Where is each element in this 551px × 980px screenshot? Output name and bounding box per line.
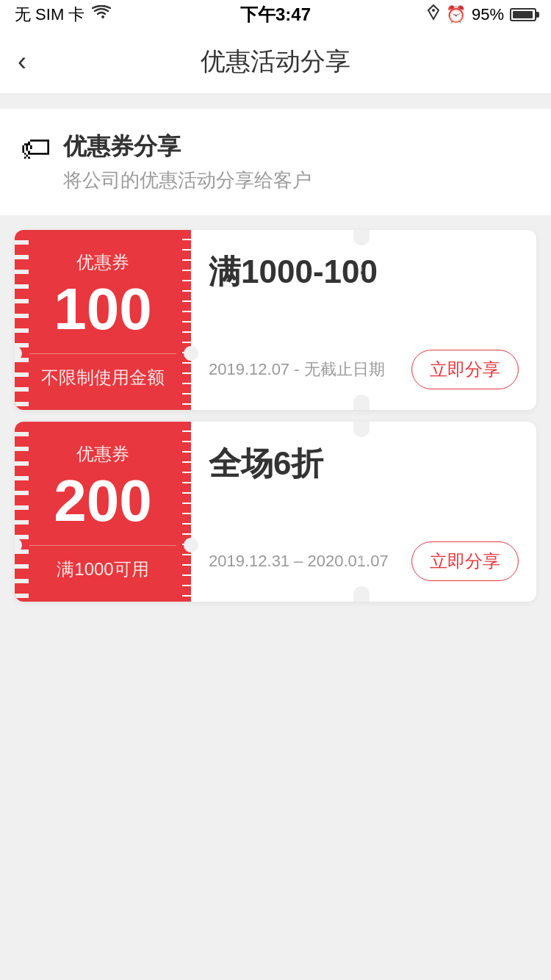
nav-bar: ‹ 优惠活动分享 — [0, 29, 551, 94]
section-header: 🏷 优惠券分享 将公司的优惠活动分享给客户 — [0, 109, 551, 215]
empty-space — [0, 602, 551, 980]
dashed-line-1 — [361, 245, 362, 394]
battery-fill — [513, 11, 533, 18]
coupon-card: 优惠券 100 不限制使用金额 满1000-100 2019.12.07 - 无… — [15, 230, 536, 410]
back-button[interactable]: ‹ — [18, 46, 26, 77]
wifi-icon — [92, 5, 111, 24]
coupon-divider-1 — [29, 353, 176, 354]
location-icon — [427, 4, 440, 25]
notch-top-1 — [353, 230, 370, 245]
coupon-date-1: 2019.12.07 - 无截止日期 — [209, 359, 385, 381]
content-area: 🏷 优惠券分享 将公司的优惠活动分享给客户 优惠券 100 不限制使用金额 满1… — [0, 94, 551, 980]
coupon-card-2: 优惠券 200 满1000可用 全场6折 2019.12.31 – 2020.0… — [15, 422, 536, 602]
coupon-value-1: 100 — [54, 280, 151, 339]
battery-icon — [510, 8, 536, 21]
coupon-left-1: 优惠券 100 不限制使用金额 — [15, 230, 191, 410]
share-button-2[interactable]: 立即分享 — [411, 541, 519, 581]
coupon-condition-1: 不限制使用金额 — [41, 366, 165, 389]
section-text: 优惠券分享 将公司的优惠活动分享给客户 — [63, 131, 311, 193]
coupon-value-2: 200 — [54, 472, 151, 530]
status-left: 无 SIM 卡 — [15, 4, 111, 26]
carrier-text: 无 SIM 卡 — [15, 4, 84, 26]
coupon-left-2: 优惠券 200 满1000可用 — [15, 422, 191, 602]
section-desc: 将公司的优惠活动分享给客户 — [63, 167, 311, 193]
coupon-right-1: 满1000-100 2019.12.07 - 无截止日期 立即分享 — [191, 230, 536, 410]
status-time: 下午3:47 — [240, 3, 311, 26]
coupon-list: 优惠券 100 不限制使用金额 满1000-100 2019.12.07 - 无… — [0, 230, 551, 602]
coupon-name-2: 全场6折 — [209, 442, 519, 486]
coupon-name-1: 满1000-100 — [209, 251, 519, 294]
share-button-1[interactable]: 立即分享 — [411, 350, 519, 389]
coupon-divider-2 — [29, 545, 176, 546]
dashed-line-2 — [361, 437, 362, 586]
page-title: 优惠活动分享 — [201, 45, 350, 79]
coupon-icon: 🏷 — [21, 131, 51, 166]
alarm-icon: ⏰ — [446, 5, 466, 24]
coupon-type-2: 优惠券 — [76, 442, 129, 466]
notch-top-2 — [353, 422, 370, 437]
battery-text: 95% — [472, 5, 504, 24]
svg-point-0 — [432, 9, 435, 12]
coupon-meta-1: 2019.12.07 - 无截止日期 立即分享 — [209, 350, 519, 389]
coupon-right-2: 全场6折 2019.12.31 – 2020.01.07 立即分享 — [191, 422, 536, 602]
coupon-meta-2: 2019.12.31 – 2020.01.07 立即分享 — [209, 541, 519, 581]
notch-bottom-2 — [353, 586, 370, 602]
notch-bottom-1 — [353, 394, 370, 410]
coupon-condition-2: 满1000可用 — [57, 558, 148, 581]
status-right: ⏰ 95% — [427, 4, 536, 25]
status-bar: 无 SIM 卡 下午3:47 ⏰ 95% — [0, 0, 551, 29]
section-title: 优惠券分享 — [63, 131, 311, 163]
coupon-type-1: 优惠券 — [76, 251, 129, 274]
